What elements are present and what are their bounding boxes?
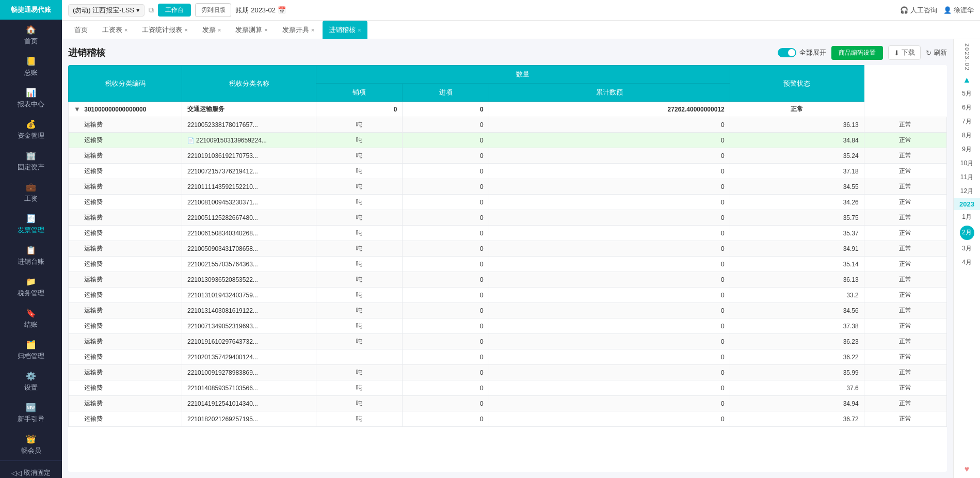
sidebar-item-home[interactable]: 🏠 首页 <box>0 20 62 51</box>
sidebar-item-reports[interactable]: 📊 报表中心 <box>0 83 62 114</box>
unit-cell: 吨 <box>316 133 403 148</box>
expand-toggle[interactable] <box>778 48 796 57</box>
table-row: 运输费2210182021269257195...吨0036.72正常 <box>69 411 947 427</box>
calendar-icon[interactable]: 📅 <box>278 6 286 14</box>
sidebar-item-member[interactable]: 👑 畅会员 <box>0 429 62 460</box>
tab-close-icon[interactable]: × <box>311 27 314 33</box>
user-menu[interactable]: 👤 徐涯华 <box>943 6 974 15</box>
tab-active-close-icon[interactable]: × <box>358 27 361 33</box>
unit-cell: 吨 <box>316 365 403 380</box>
unpin-button[interactable]: ◁◁ 取消固定 <box>0 465 62 478</box>
refresh-button[interactable]: ↻ 刷新 <box>926 48 947 57</box>
purchases-cell: 0 <box>489 365 730 380</box>
item-indent-cell: 运输费 <box>69 272 182 288</box>
sidebar-item-fund[interactable]: 💰 资金管理 <box>0 114 62 146</box>
status-cell: 正常 <box>864 396 946 411</box>
calendar-month-jan[interactable]: 1月 <box>954 210 980 224</box>
period-label: 账期 <box>235 6 249 15</box>
calendar-month-may[interactable]: 5月 <box>954 87 980 101</box>
item-indent-cell: 运输费 <box>69 241 182 257</box>
cumulative-cell: 37.6 <box>730 380 864 396</box>
tab-close-icon[interactable]: × <box>218 27 221 33</box>
table-row: 运输费2210140859357103566...吨0037.6正常 <box>69 380 947 396</box>
cumulative-cell: 27262.40000000012 <box>489 102 730 117</box>
expand-icon[interactable]: ▼ <box>74 105 81 113</box>
tab-payroll-stats[interactable]: 工资统计报表 × <box>136 21 194 39</box>
tab-invoice-calc[interactable]: 发票测算 × <box>229 21 274 39</box>
tab-home-label: 首页 <box>74 25 88 35</box>
sidebar-item-ledger[interactable]: 📒 总账 <box>0 51 62 83</box>
calendar-month-dec[interactable]: 12月 <box>954 184 980 198</box>
purchases-cell: 0 <box>489 241 730 257</box>
sidebar-item-invoice-mgmt[interactable]: 🧾 发票管理 <box>0 209 62 240</box>
status-cell: 正常 <box>864 380 946 396</box>
calendar-month-nov[interactable]: 11月 <box>954 170 980 184</box>
calendar-month-sep[interactable]: 9月 <box>954 142 980 156</box>
item-indent-cell: 运输费 <box>69 195 182 210</box>
calendar-month-oct[interactable]: 10月 <box>954 156 980 170</box>
unit-cell: 吨 <box>316 148 403 164</box>
unit-cell: 吨 <box>316 303 403 318</box>
unit-cell: 吨 <box>316 411 403 427</box>
tab-invoice-reconcile-label: 进销稽核 <box>329 25 356 35</box>
assets-icon: 🏢 <box>26 151 36 161</box>
support-button[interactable]: 🎧 人工咨询 <box>900 6 937 15</box>
refresh-icon: ↻ <box>926 49 931 57</box>
sidebar-item-assets[interactable]: 🏢 固定资产 <box>0 146 62 177</box>
col-purchases: 进项 <box>403 84 489 102</box>
calendar-month-feb-active[interactable]: 2月 <box>960 226 974 240</box>
workspace-button[interactable]: 工作台 <box>158 4 191 17</box>
tab-close-icon[interactable]: × <box>264 27 267 33</box>
cumulative-cell: 34.94 <box>730 396 864 411</box>
chevron-down-icon: ▾ <box>136 6 140 14</box>
calendar-up-icon[interactable]: ▲ <box>961 73 973 87</box>
download-button[interactable]: ⬇ 下载 <box>888 45 921 60</box>
sidebar-item-settle[interactable]: 🔖 结账 <box>0 303 62 334</box>
download-label: 下载 <box>902 48 915 57</box>
purchases-cell: 0 <box>489 303 730 318</box>
copy-icon[interactable]: ⧉ <box>149 6 154 14</box>
company-selector[interactable]: (勿动) 江西报宝-LSS ▾ <box>68 4 144 17</box>
cumulative-cell: 36.13 <box>730 272 864 288</box>
item-indent-cell: 运输费 <box>69 179 182 195</box>
cumulative-cell: 33.2 <box>730 288 864 303</box>
tab-payroll[interactable]: 工资表 × <box>96 21 134 39</box>
content-area: 进销稽核 全部展开 商品编码设置 ⬇ 下载 ↻ 刷新 <box>62 39 980 478</box>
status-cell: 正常 <box>864 334 946 349</box>
sidebar-item-guide[interactable]: 🆕 新手引导 <box>0 397 62 429</box>
switch-version-button[interactable]: 切到旧版 <box>195 3 231 17</box>
tax-icon: 📁 <box>26 277 36 286</box>
item-code-cell: 2210141912541014340... <box>182 396 316 411</box>
tab-close-icon[interactable]: × <box>184 27 187 33</box>
sidebar-item-settings[interactable]: ⚙️ 设置 <box>0 366 62 397</box>
item-indent-cell: 运输费 <box>69 349 182 365</box>
sidebar-item-tax[interactable]: 📁 税务管理 <box>0 272 62 303</box>
unit-cell: 吨 <box>316 396 403 411</box>
heart-icon[interactable]: ♥ <box>960 460 974 478</box>
page-title: 进销稽核 <box>68 46 105 59</box>
tab-invoice-reconcile[interactable]: 进销稽核 × <box>323 21 367 39</box>
settle-icon: 🔖 <box>26 308 36 318</box>
settings-button[interactable]: 商品编码设置 <box>831 46 883 60</box>
calendar-month-jun[interactable]: 6月 <box>954 101 980 115</box>
col-sales: 销项 <box>316 84 403 102</box>
calendar-month-aug[interactable]: 8月 <box>954 129 980 142</box>
sidebar-item-purchase-sales[interactable]: 📋 进销台账 <box>0 240 62 272</box>
table-row: 运输费2210081009453230371...吨0034.26正常 <box>69 195 947 210</box>
calendar-month-mar[interactable]: 3月 <box>954 242 980 256</box>
tab-invoice-open[interactable]: 发票开具 × <box>276 21 320 39</box>
item-code-cell: 2210021557035764363... <box>182 257 316 272</box>
tab-close-icon[interactable]: × <box>124 27 127 33</box>
item-indent-cell: 运输费 <box>69 396 182 411</box>
purchase-sales-icon: 📋 <box>26 245 36 255</box>
col-quantity-group: 数量 <box>316 66 730 84</box>
item-code-cell: 2210131019432403759... <box>182 288 316 303</box>
sidebar-item-archive[interactable]: 🗂️ 归档管理 <box>0 334 62 366</box>
calendar-month-jul[interactable]: 7月 <box>954 115 980 129</box>
tab-invoice-open-label: 发票开具 <box>282 25 309 35</box>
calendar-month-apr[interactable]: 4月 <box>954 256 980 269</box>
sidebar-item-payroll[interactable]: 💼 工资 <box>0 177 62 209</box>
tab-invoice[interactable]: 发票 × <box>196 21 227 39</box>
tab-home[interactable]: 首页 <box>68 21 94 39</box>
sidebar-item-label: 总账 <box>24 68 38 77</box>
